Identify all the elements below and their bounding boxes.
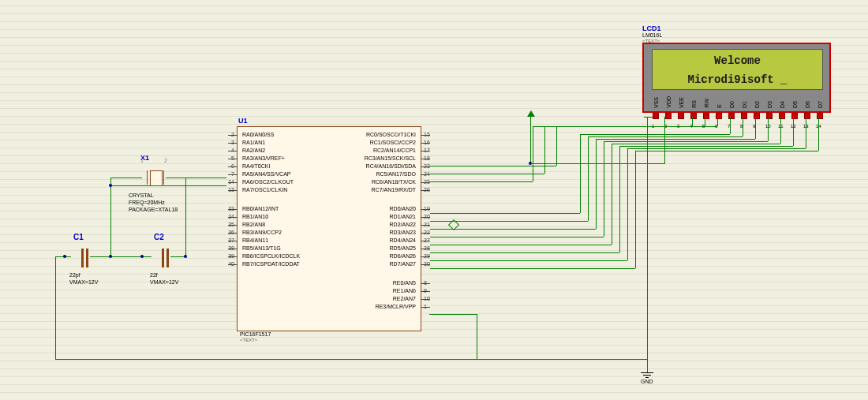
lcd-line1: Welcome [653, 50, 822, 69]
wire [544, 126, 545, 174]
node [63, 255, 66, 258]
node [109, 184, 112, 187]
lcd-pin-label: D7 [817, 101, 823, 108]
wire [647, 117, 648, 359]
wire [768, 117, 769, 141]
mcu-ref: U1 [238, 117, 248, 125]
crystal-package: PACKAGE=XTAL18 [129, 207, 178, 212]
mcu-pin-label-right: RC3/AN15/SCK/SCL [365, 155, 416, 161]
mcu-pin-label-right: RE1/AN6 [393, 288, 416, 293]
lcd-pin-dot [653, 113, 659, 119]
wire [627, 148, 806, 149]
wire [430, 237, 604, 237]
wire [612, 144, 780, 144]
crystal-freq: FREQ=20MHz [129, 200, 165, 205]
wire [664, 117, 665, 164]
wire [793, 117, 794, 146]
wire [705, 117, 705, 126]
mcu-pin-label-right: RD1/AN21 [390, 214, 416, 219]
lcd-line2: Microdi9isoft _ [653, 69, 822, 88]
wire [430, 181, 533, 182]
wire [533, 126, 533, 181]
mcu-pin-label-left: RB2/AN8 [242, 222, 265, 227]
lcd-module: Welcome Microdi9isoft _ VSS1VDD2VEE3RS4R… [642, 43, 831, 113]
wire-osc1-h2 [110, 185, 226, 186]
mcu-pin-label-left: RA2/AN2 [242, 148, 265, 153]
lcd-pin-label: D3 [767, 101, 773, 108]
wire [430, 268, 635, 269]
wire [619, 146, 793, 147]
lcd-pin-label: VDD [666, 96, 672, 108]
wire [692, 117, 693, 126]
wire-c2-to-xtal [185, 178, 186, 256]
wire [612, 144, 612, 245]
wire [596, 139, 597, 229]
mcu-partno: PIC16F1517 [240, 331, 271, 337]
wire [430, 166, 556, 166]
mcu-pin-label-right: RC4/AN16/SDI/SDA [366, 163, 416, 169]
wire-gnd-down [647, 359, 648, 372]
lcd-ref-label: LCD1 [642, 24, 661, 32]
mcu-pin-label-right: RC5/AN17/SDO [376, 171, 416, 177]
wire [430, 174, 544, 174]
wire [477, 314, 477, 359]
wire [635, 151, 636, 268]
mcu-pin-label-right: RC0/SOSCO/T1CKI [366, 132, 416, 137]
lcd-pin-label: D0 [729, 101, 735, 108]
mcu-chip: RA0/AN0/SS2RA1/AN13RA2/AN24RA3/AN3/VREF+… [237, 126, 421, 331]
wire-osc2-h [166, 178, 226, 178]
wire-c-gnd-v [55, 256, 56, 359]
mcu-pin-label-left: RB5/AN13/T1G [242, 245, 281, 251]
mcu-pin-label-right: RC1/SOSCI/CCP2 [370, 140, 416, 145]
lcd-pin-label: D1 [742, 101, 747, 108]
mcu-pin-label-right: RD2/AN22 [390, 222, 416, 227]
wire [717, 117, 718, 126]
node [140, 255, 144, 258]
wire [430, 260, 627, 261]
c1-symbol [71, 246, 99, 270]
mcu-pin-label-right: RD6/AN26 [390, 253, 416, 259]
wire [580, 134, 730, 135]
wire [596, 139, 755, 140]
lcd-pin-label: D4 [780, 101, 785, 108]
wire [780, 117, 781, 144]
mcu-pin-label-right: RD3/AN23 [390, 230, 416, 235]
mcu-pin-label-right: RD7/AN27 [390, 261, 416, 267]
lcd-pin-label: VEE [679, 97, 684, 108]
lcd-pin-label: D5 [792, 101, 798, 108]
wire [644, 117, 653, 118]
wire [743, 117, 743, 136]
wire [588, 136, 589, 221]
mcu-pin-label-right: RD4/AN24 [390, 237, 416, 243]
node [184, 255, 187, 258]
mcu-pin-label-right: RD5/AN25 [390, 245, 416, 251]
wire [588, 136, 743, 137]
wire [580, 134, 581, 213]
mcu-pin-label-left: RA6/OSC2/CLKOUT [242, 179, 294, 185]
wire [755, 117, 756, 139]
mcu-pin-label-left: RA0/AN0/SS [242, 132, 274, 137]
lcd-pin-label: D6 [805, 101, 810, 108]
wire [430, 245, 612, 245]
mcu-pin-label-right: RC7/AN19/RX/DT [372, 187, 416, 193]
mcu-pin-label-left: RB7/ICSPDAT/ICDDAT [242, 261, 300, 267]
c2-symbol [152, 246, 179, 270]
lcd-pin-dot [678, 113, 684, 119]
wire [604, 141, 768, 142]
mcu-pin-label-left: RB1/AN10 [242, 214, 268, 219]
mcu-pin-label-left: RA5/AN4/SS/VCAP [242, 171, 290, 177]
lcd-pin-label: D2 [754, 101, 760, 108]
mcu-pin-label-right: RD0/AN20 [390, 206, 416, 211]
wire [818, 117, 819, 151]
wire-c-to-xtal [110, 185, 111, 256]
wire [429, 314, 477, 315]
mcu-pin-label-left: RB3/AN9/CCP2 [242, 230, 282, 235]
mcu-pin-label-right: RE3/MCLR/VPP [376, 304, 416, 309]
wire [604, 141, 604, 237]
gnd-label: GND [641, 379, 653, 384]
mcu-pin-label-left: RB0/AN12/INT [242, 206, 279, 211]
wire [635, 151, 818, 151]
wire-osc1-h1 [110, 178, 142, 178]
mcu-pin-label-right: RC2/AN14/CCP1 [373, 148, 416, 153]
node [109, 255, 112, 258]
